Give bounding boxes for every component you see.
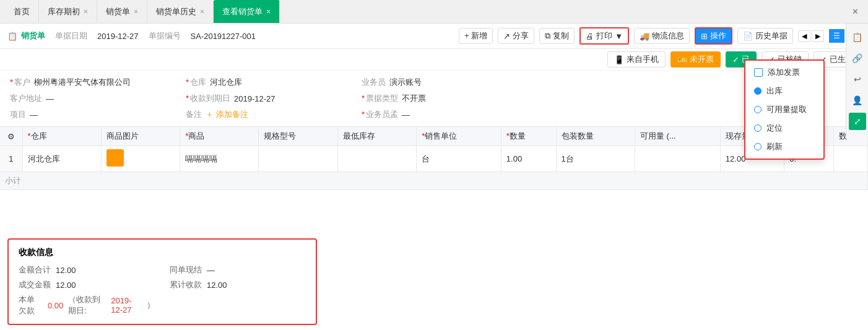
product-img-col-header: 商品图片: [101, 127, 180, 146]
row-spec: [259, 146, 337, 172]
row-num: 1: [0, 146, 22, 172]
row-product-img: [101, 146, 180, 172]
close-inventory-init[interactable]: ×: [84, 7, 88, 16]
row-min-stock: [337, 146, 416, 172]
customer-value: 柳州粤港平安气体有限公司: [34, 77, 131, 88]
truck-icon: 🚚: [640, 32, 649, 41]
operations-dropdown: 添加发票 出库 可用量提取 定位 刷新: [744, 59, 825, 160]
outbound-menu-item[interactable]: 出库: [745, 82, 823, 100]
product-col-header: *商品: [180, 127, 259, 146]
due-date-value: 2019-12-27: [111, 296, 142, 315]
same-order-item: 同单现结 —: [170, 264, 306, 276]
action-row: 📱 来自手机 🎫 未开票 ✓ 已 ✓ 已核销 ✓ 已生效: [0, 49, 868, 71]
spec-col-header: 规格型号: [259, 127, 337, 146]
row-product: 嗝嗝嗝嗝: [180, 146, 259, 172]
next-button[interactable]: ▶: [812, 30, 824, 42]
doc-type-title: 📋 销货单: [7, 30, 45, 41]
sales-staff-value: —: [402, 110, 410, 119]
history-button[interactable]: 📄 历史单据: [737, 28, 793, 44]
payment-section: 收款信息 金额合计 12.00 同单现结 — 成交金额 12.00 累计收款 1…: [7, 238, 317, 325]
cumulative-item: 累计收款 12.00: [170, 279, 306, 290]
staff-field: 业务员 演示账号: [362, 77, 485, 88]
copy-icon: ⧉: [545, 31, 550, 41]
total-amount-item: 金额合计 12.00: [19, 264, 155, 276]
prev-button[interactable]: ◀: [798, 30, 810, 42]
same-order-value: —: [207, 266, 215, 275]
share-button[interactable]: ↗ 分享: [498, 28, 534, 44]
total-amount-value: 12.00: [56, 266, 76, 275]
locate-menu-item[interactable]: 定位: [745, 119, 823, 137]
date-value: 2019-12-27: [97, 32, 139, 41]
doc-icon: 📋: [7, 32, 17, 41]
add-note-button[interactable]: ＋ 添加备注: [206, 109, 248, 120]
not-opened-button[interactable]: 🎫 未开票: [671, 51, 721, 67]
project-value: —: [30, 110, 38, 119]
payment-grid: 金额合计 12.00 同单现结 — 成交金额 12.00 累计收款 12.00 …: [19, 264, 306, 316]
print-button[interactable]: 🖨 打印 ▼: [579, 27, 629, 45]
date-label: 单据日期: [55, 30, 87, 41]
current-due-item: 本单欠款 0.00 （收款到期日: 2019-12-27 ）: [19, 294, 155, 316]
doc-meta: 单据日期 2019-12-27 单据编号 SA-20191227-001: [55, 30, 256, 41]
close-sales-history[interactable]: ×: [200, 7, 204, 16]
product-table-wrapper: ⚙ *仓库 商品图片 *商品 规格型号 最低库存 *销售单位 *数量 包装数量 …: [0, 126, 868, 233]
list-view-button[interactable]: ☰: [829, 29, 844, 43]
tab-view-sales[interactable]: 查看销货单 ×: [214, 0, 280, 23]
row-quantity: 1.00: [501, 146, 556, 172]
sidebar-icon-2[interactable]: 🔗: [849, 50, 866, 67]
tab-bar: 首页 库存期初 × 销货单 × 销货单历史 × 查看销货单 × ×: [0, 0, 868, 24]
current-due-value: 0.00: [48, 301, 63, 310]
locate-icon: [754, 124, 762, 132]
operations-button[interactable]: ⊞ 操作: [695, 27, 732, 45]
from-mobile-button[interactable]: 📱 来自手机: [607, 51, 666, 67]
payment-title: 收款信息: [19, 247, 306, 258]
sidebar-icon-3[interactable]: ↩: [849, 71, 866, 88]
copy-button[interactable]: ⧉ 复制: [539, 28, 575, 44]
note-field: 备注 ＋ 添加备注: [186, 109, 347, 120]
settings-col-header[interactable]: ⚙: [0, 127, 22, 146]
quantity-col-header: *数量: [501, 127, 556, 146]
row-extra: [833, 146, 867, 172]
expand-icon[interactable]: ⤢: [849, 113, 866, 130]
tab-home[interactable]: 首页: [5, 0, 39, 23]
outbound-icon: [754, 87, 762, 95]
number-value: SA-20191227-001: [191, 32, 256, 41]
mobile-icon: 📱: [614, 55, 624, 64]
address-value: —: [46, 94, 54, 103]
add-invoice-menu-item[interactable]: 添加发票: [745, 63, 823, 82]
print-icon: 🖨: [586, 32, 594, 41]
row-warehouse: 河北仓库: [22, 146, 101, 172]
nav-arrows: ◀ ▶: [798, 30, 824, 42]
refresh-menu-item[interactable]: 刷新: [745, 137, 823, 156]
form-row-1: *客户 柳州粤港平安气体有限公司 *仓库 河北仓库 业务员 演示账号: [10, 77, 858, 88]
tab-sales-history[interactable]: 销货单历史 ×: [147, 0, 214, 23]
sales-staff-field: *业务员孟 —: [362, 109, 485, 120]
dropdown-arrow: ▼: [615, 32, 623, 41]
logistics-button[interactable]: 🚚 物流信息: [634, 28, 690, 44]
table-header-row: ⚙ *仓库 商品图片 *商品 规格型号 最低库存 *销售单位 *数量 包装数量 …: [0, 127, 868, 146]
available-qty-menu-item[interactable]: 可用量提取: [745, 100, 823, 119]
table-row: 1 河北仓库 嗝嗝嗝嗝 台 1.00 1台 12.00 0.: [0, 146, 868, 172]
tab-inventory-init[interactable]: 库存期初 ×: [39, 0, 97, 23]
staff-value: 演示账号: [389, 77, 422, 88]
warehouse-col-header: *仓库: [22, 127, 101, 146]
row-unit: 台: [417, 146, 501, 172]
new-button[interactable]: + 新增: [459, 28, 493, 44]
subtotal-row: 小计: [0, 172, 868, 190]
sidebar-icon-1[interactable]: 📋: [849, 28, 866, 46]
payment-date-field: *收款到期日 2019-12-27: [186, 93, 347, 104]
subtotal-label: 小计: [0, 172, 868, 190]
product-table: ⚙ *仓库 商品图片 *商品 规格型号 最低库存 *销售单位 *数量 包装数量 …: [0, 127, 868, 190]
sidebar-icon-4[interactable]: 👤: [849, 92, 866, 109]
form-row-3: 项目 — 备注 ＋ 添加备注 *业务员孟 —: [10, 109, 858, 120]
cumulative-value: 12.00: [207, 280, 227, 290]
row-package-qty: 1台: [556, 146, 635, 172]
row-available: [635, 146, 720, 172]
close-sales-order[interactable]: ×: [134, 7, 138, 16]
add-invoice-icon: [754, 68, 763, 77]
tab-sales-order[interactable]: 销货单 ×: [97, 0, 147, 23]
form-row-2: 客户地址 — *收款到期日 2019-12-27 *票据类型 不开票: [10, 93, 858, 104]
package-qty-col-header: 包装数量: [556, 127, 635, 146]
right-sidebar: 📋 🔗 ↩ 👤 📊 ⤢: [846, 24, 868, 135]
window-close-button[interactable]: ×: [848, 6, 863, 17]
close-view-sales[interactable]: ×: [266, 7, 271, 16]
